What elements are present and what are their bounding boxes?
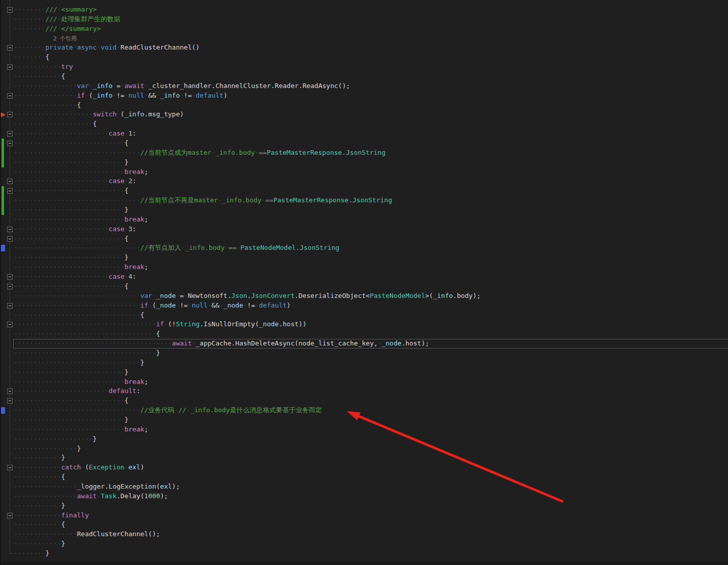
code-line[interactable]: ········} — [0, 549, 728, 558]
fold-collapse-button[interactable] — [7, 388, 13, 394]
code-line[interactable]: ························case·1: — [0, 129, 728, 139]
code-token: 2 — [128, 177, 132, 185]
code-line[interactable]: ····························} — [0, 158, 728, 167]
code-line[interactable]: ································{ — [0, 311, 728, 320]
code-line[interactable]: ····························} — [0, 415, 728, 425]
code-token: break — [124, 425, 144, 433]
code-line[interactable]: ········{ — [0, 53, 728, 62]
code-line[interactable]: ····························{ — [0, 282, 728, 291]
code-token: · — [89, 82, 93, 90]
code-line[interactable]: ········///·处理集群产生的数据 — [0, 15, 728, 24]
indent-whitespace: ········ — [14, 6, 46, 13]
code-line[interactable]: ················ReadClusterChannel(); — [0, 530, 728, 539]
code-line[interactable]: ············catch·(Exception·exl) — [0, 463, 728, 472]
code-line[interactable]: ········///·</summary> — [0, 24, 728, 34]
code-line[interactable]: ····························break; — [0, 263, 728, 272]
fold-collapse-button[interactable] — [7, 7, 13, 13]
horizontal-scrollbar[interactable] — [0, 562, 728, 565]
fold-collapse-button[interactable] — [7, 131, 13, 137]
code-line[interactable]: ····························} — [0, 253, 728, 263]
code-token: } — [124, 158, 128, 166]
code-line[interactable]: ························case·2: — [0, 177, 728, 186]
code-line[interactable]: ································//有节点加入·… — [0, 243, 728, 253]
code-line[interactable]: ················var·_info·=·await·_clust… — [0, 81, 728, 91]
code-line[interactable]: ············} — [0, 539, 728, 549]
code-line[interactable]: ················if·(_info·!=·null·&&·_in… — [0, 91, 728, 101]
code-line[interactable]: ····························{ — [0, 396, 728, 406]
fold-collapse-button[interactable] — [7, 179, 13, 184]
code-line[interactable]: ························default: — [0, 386, 728, 396]
code-token: ( — [120, 110, 124, 118]
code-line[interactable]: ····················switch·(_info.msg_ty… — [0, 110, 728, 119]
code-line[interactable]: ················} — [0, 444, 728, 454]
code-line[interactable]: ····························break; — [0, 167, 728, 177]
fold-collapse-button[interactable] — [7, 93, 13, 99]
fold-collapse-button[interactable] — [7, 227, 13, 232]
code-line[interactable]: ····························} — [0, 205, 728, 215]
code-line[interactable]: ············{ — [0, 72, 728, 81]
fold-collapse-button[interactable] — [7, 284, 13, 289]
code-line[interactable]: ····························{ — [0, 234, 728, 244]
code-line[interactable]: ····························} — [0, 368, 728, 377]
code-line[interactable]: ········································… — [0, 339, 728, 349]
code-text: ····················switch·(_info.msg_ty… — [14, 110, 728, 119]
fold-collapse-button[interactable] — [7, 188, 13, 194]
fold-collapse-button[interactable] — [7, 398, 13, 404]
code-token: null — [192, 301, 207, 309]
code-line[interactable]: ········private·async·void·ReadClusterCh… — [0, 43, 728, 53]
code-line[interactable]: ························case·3: — [0, 225, 728, 234]
code-line[interactable]: ····························{ — [0, 186, 728, 196]
code-token: case — [109, 273, 124, 280]
code-line[interactable]: ············} — [0, 453, 728, 463]
code-line[interactable]: ····························break; — [0, 377, 728, 387]
code-line[interactable]: ····················} — [0, 434, 728, 444]
fold-collapse-button[interactable] — [7, 274, 13, 280]
fold-collapse-button[interactable] — [7, 64, 13, 70]
code-line[interactable]: ····································} — [0, 349, 728, 358]
code-line[interactable]: ································//当前节点成为… — [0, 148, 728, 158]
fold-collapse-button[interactable] — [7, 322, 13, 327]
code-text: ····················{ — [14, 119, 728, 129]
code-line[interactable]: ····································if·(… — [0, 320, 728, 329]
code-token: _info — [160, 92, 180, 99]
fold-collapse-button[interactable] — [7, 236, 13, 242]
code-line[interactable]: ············{ — [0, 520, 728, 530]
code-token: _info — [433, 292, 453, 299]
code-line[interactable]: ····························break; — [0, 425, 728, 434]
code-line[interactable]: ································//业务代码·/… — [0, 406, 728, 415]
code-line[interactable]: ············finally — [0, 511, 728, 520]
code-line[interactable]: ········///·<summary> — [0, 5, 728, 15]
code-token: exl — [160, 483, 172, 490]
code-line[interactable]: ························case·4: — [0, 272, 728, 282]
code-token: (! — [168, 320, 176, 328]
code-line[interactable]: ································var·_nod… — [0, 291, 728, 301]
code-line[interactable]: ················{ — [0, 101, 728, 110]
code-text: ········///·处理集群产生的数据 — [14, 15, 728, 24]
fold-collapse-button[interactable] — [7, 465, 13, 470]
code-line[interactable]: ································if·(_nod… — [0, 301, 728, 311]
code-line[interactable]: ····················{ — [0, 119, 728, 129]
code-line[interactable]: ············} — [0, 501, 728, 511]
code-line[interactable]: ································//当前节点不再… — [0, 196, 728, 205]
code-token: · — [261, 196, 265, 204]
indent-whitespace: ········ — [14, 44, 46, 51]
codelens-line[interactable]: 2 个引用 — [0, 34, 728, 44]
indent-whitespace: ···························· — [14, 206, 124, 213]
code-line[interactable]: ····························{ — [0, 139, 728, 148]
code-token: · — [156, 92, 160, 99]
fold-collapse-button[interactable] — [7, 45, 13, 51]
code-line[interactable]: ····························break; — [0, 215, 728, 225]
fold-collapse-button[interactable] — [7, 513, 13, 518]
code-token: _info.body — [215, 149, 255, 156]
code-text: ························case·3: — [14, 225, 728, 234]
code-line[interactable]: ················await·Task.Delay(1000); — [0, 492, 728, 501]
fold-collapse-button[interactable] — [7, 303, 13, 309]
fold-collapse-button[interactable] — [7, 141, 13, 146]
code-line[interactable]: ················_logger.LogException(exl… — [0, 482, 728, 492]
code-token: ; — [144, 425, 148, 433]
code-line[interactable]: ····································{ — [0, 329, 728, 339]
fold-collapse-button[interactable] — [7, 112, 13, 117]
code-line[interactable]: ············{ — [0, 472, 728, 482]
code-line[interactable]: ································} — [0, 358, 728, 368]
code-line[interactable]: ············try — [0, 62, 728, 72]
